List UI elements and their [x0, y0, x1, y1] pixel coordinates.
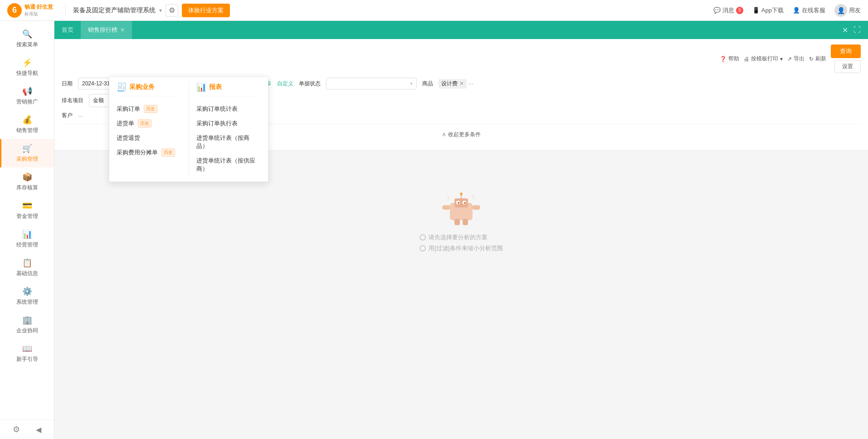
goods-filter-area: 设计费 ✕ ···	[439, 79, 474, 89]
empty-svg: ? ?	[439, 189, 484, 226]
empty-illustration: ? ?	[434, 187, 488, 228]
app-download-label: App下载	[761, 6, 784, 15]
industry-btn[interactable]: 体验行业方案	[182, 4, 230, 17]
dropdown-item-purchase-expense[interactable]: 采购费用分摊单 历史	[117, 145, 181, 160]
tab-close-icon[interactable]: ✕	[120, 27, 125, 33]
sidebar-item-finance[interactable]: 💳 资金管理	[0, 196, 54, 225]
message-icon: 💬	[713, 7, 721, 14]
dropdown-item-purchase-return[interactable]: 进货退货	[117, 131, 181, 145]
settings-button[interactable]: 设置	[834, 60, 861, 73]
sidebar: 🔍 搜索菜单 ⚡ 快捷导航 📢 营销推广 💰 销售管理 🛒 采购管理 📦 库存核…	[0, 21, 54, 439]
user-avatar: 👤	[834, 4, 847, 17]
logo-icon: 6	[7, 3, 22, 18]
sidebar-item-enterprise[interactable]: 🏢 企业协同	[0, 311, 54, 339]
export-icon: ↗	[787, 56, 792, 62]
purchase-icon: 🛒	[22, 143, 32, 153]
help-icon: ❓	[720, 56, 727, 62]
hint-dot-1	[419, 234, 426, 241]
basic-info-icon: 📋	[22, 258, 32, 268]
svg-text:?: ?	[447, 196, 450, 202]
sidebar-item-quick-nav[interactable]: ⚡ 快捷导航	[0, 53, 54, 82]
print-dropdown-icon: ▾	[780, 56, 783, 62]
sidebar-item-system[interactable]: ⚙️ 系统管理	[0, 282, 54, 311]
sidebar-item-search[interactable]: 🔍 搜索菜单	[0, 25, 54, 53]
empty-hint-1: 请先选择要分析的方案	[419, 233, 502, 242]
search-icon: 🔍	[22, 29, 32, 39]
date-quick-custom[interactable]: 自定义	[277, 80, 293, 88]
history-badge-3: 历史	[161, 148, 175, 157]
svg-rect-7	[472, 205, 480, 210]
export-btn[interactable]: ↗ 导出	[787, 55, 805, 63]
collapse-button[interactable]: ∧ 收起更多条件	[442, 127, 480, 142]
purchase-col-header: 🧾 采购业务	[117, 82, 181, 96]
operations-icon: 📊	[22, 229, 32, 239]
status-dropdown-icon: ▾	[410, 80, 413, 87]
empty-hint-2: 用[过滤]条件来缩小分析范围	[419, 244, 502, 252]
dropdown-item-purchase-order[interactable]: 采购订单 历史	[117, 102, 181, 116]
sidebar-item-inventory[interactable]: 📦 库存核算	[0, 168, 54, 196]
sidebar-item-operations[interactable]: 📊 经营管理	[0, 225, 54, 253]
sidebar-item-sales[interactable]: 💰 销售管理	[0, 110, 54, 139]
message-label: 消息	[722, 6, 734, 15]
sidebar-item-marketing[interactable]: 📢 营销推广	[0, 82, 54, 110]
system-dropdown-icon[interactable]: ▾	[159, 7, 162, 14]
online-service-action[interactable]: 👤 在线客服	[793, 6, 825, 15]
dropdown-item-purchase-incoming[interactable]: 进货单 历史	[117, 116, 181, 131]
history-badge-0: 历史	[144, 105, 157, 113]
gear-button[interactable]: ⚙	[166, 4, 178, 17]
main-layout: 🔍 搜索菜单 ⚡ 快捷导航 📢 营销推广 💰 销售管理 🛒 采购管理 📦 库存核…	[0, 21, 868, 439]
sidebar-collapse-icon[interactable]: ◀	[36, 425, 41, 434]
inventory-icon: 📦	[22, 172, 32, 182]
purchase-col: 🧾 采购业务 采购订单 历史 进货单 历史 进货退货	[109, 82, 189, 176]
status-label: 单据状态	[299, 80, 321, 88]
page-content: ❓ 帮助 🖨 按模板打印 ▾ ↗ 导出 ↻ 刷新	[54, 39, 868, 439]
tab-bar-close-icon[interactable]: ✕	[840, 24, 850, 36]
system-title: 装备及固定资产辅助管理系统	[73, 6, 156, 15]
system-title-area: 装备及固定资产辅助管理系统 ▾ ⚙ 体验行业方案	[65, 4, 713, 17]
quick-nav-icon: ⚡	[22, 58, 32, 68]
refresh-btn[interactable]: ↻ 刷新	[809, 55, 826, 63]
date-label: 日期	[62, 80, 73, 88]
top-header: 6 畅通·好生意 标准版 装备及固定资产辅助管理系统 ▾ ⚙ 体验行业方案 💬 …	[0, 0, 868, 21]
content-area: 首页 销售排行榜 ✕ ✕ ⛶ ❓ 帮助	[54, 21, 868, 439]
report-col-header: 📊 报表	[196, 82, 261, 96]
tab-bar-right: ✕ ⛶	[840, 24, 868, 36]
dropdown-item-incoming-stat-goods[interactable]: 进货单统计表（按商品）	[196, 131, 261, 153]
print-btn[interactable]: 🖨 按模板打印 ▾	[744, 55, 783, 63]
tab-home[interactable]: 首页	[54, 21, 81, 39]
empty-hints: 请先选择要分析的方案 用[过滤]条件来缩小分析范围	[419, 233, 502, 255]
logo-area: 6 畅通·好生意 标准版	[7, 3, 62, 18]
phone-icon: 📱	[752, 7, 760, 14]
sidebar-item-purchase[interactable]: 🛒 采购管理	[0, 139, 54, 168]
dropdown-item-purchase-order-exec[interactable]: 采购订单执行表	[196, 116, 261, 131]
query-button[interactable]: 查询	[831, 44, 861, 58]
rank-label: 排名项目	[62, 97, 83, 104]
svg-rect-9	[463, 219, 468, 225]
customer-more-dots[interactable]: ···	[78, 112, 83, 119]
dropdown-item-purchase-order-stat[interactable]: 采购订单统计表	[196, 102, 261, 116]
user-action[interactable]: 👤 用友	[834, 4, 861, 17]
marketing-icon: 📢	[22, 86, 32, 96]
message-action[interactable]: 💬 消息 9	[713, 6, 743, 15]
status-select[interactable]: ▾	[326, 78, 417, 89]
purchase-dropdown-menu: 🧾 采购业务 采购订单 历史 进货单 历史 进货退货	[109, 76, 268, 182]
tab-bar: 首页 销售排行榜 ✕ ✕ ⛶	[54, 21, 868, 39]
app-download-action[interactable]: 📱 App下载	[752, 6, 784, 15]
dropdown-item-incoming-stat-supplier[interactable]: 进货单统计表（按供应商）	[196, 153, 261, 176]
goods-more-dots[interactable]: ···	[468, 80, 474, 87]
purchase-col-icon: 🧾	[117, 82, 127, 92]
sidebar-settings-icon[interactable]: ⚙	[13, 424, 20, 434]
sidebar-item-guide[interactable]: 📖 新手引导	[0, 339, 54, 368]
logo-text: 畅通·好生意 标准版	[24, 3, 53, 17]
sidebar-item-basic-info[interactable]: 📋 基础信息	[0, 253, 54, 282]
svg-text:?: ?	[471, 194, 474, 201]
customer-label: 客户	[62, 112, 73, 119]
report-col-icon: 📊	[196, 82, 206, 92]
tab-bar-expand-icon[interactable]: ⛶	[852, 24, 863, 36]
tab-sales-rank[interactable]: 销售排行榜 ✕	[81, 21, 132, 39]
help-btn[interactable]: ❓ 帮助	[720, 55, 739, 63]
header-right: 💬 消息 9 📱 App下载 👤 在线客服 👤 用友	[713, 4, 861, 17]
sidebar-bottom: ⚙ ◀	[0, 419, 54, 439]
goods-tag: 设计费 ✕	[439, 79, 467, 89]
goods-tag-close[interactable]: ✕	[459, 80, 464, 87]
